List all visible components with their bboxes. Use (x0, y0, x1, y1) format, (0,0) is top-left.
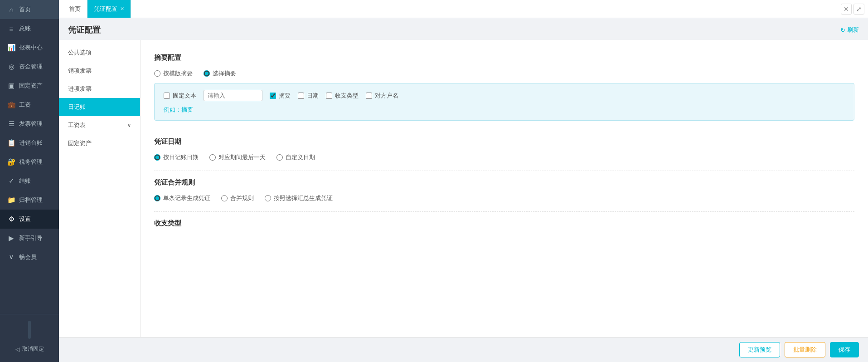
tab-close-icon[interactable]: ✕ (120, 6, 124, 12)
save-button[interactable]: 保存 (830, 342, 859, 357)
by-journal-date-option[interactable]: 按日记账日期 (154, 153, 199, 161)
left-nav-sales-invoice[interactable]: 销项发票 (59, 62, 140, 80)
sidebar-item-general-ledger[interactable]: ≡ 总账 (0, 19, 59, 38)
tab-controls: ✕ ⤢ (841, 4, 868, 15)
sidebar-item-sales-purchase[interactable]: 📋 进销台账 (0, 133, 59, 152)
guide-icon: ▶ (7, 234, 15, 242)
single-record-option[interactable]: 单条记录生成凭证 (154, 194, 210, 202)
custom-date-radio[interactable] (276, 154, 283, 161)
member-icon: V (7, 254, 15, 260)
voucher-date-section: 凭证日期 按日记账日期 对应期间最后一天 自定义日期 (154, 137, 854, 171)
page-title: 凭证配置 (68, 24, 101, 35)
abstract-config-box: 固定文本 摘要 日期 收支类型 (154, 83, 854, 121)
by-selection-option[interactable]: 按照选择汇总生成凭证 (265, 194, 333, 202)
voucher-merge-radio-group: 单条记录生成凭证 合并规则 按照选择汇总生成凭证 (154, 194, 854, 202)
merge-rules-option[interactable]: 合并规则 (221, 194, 254, 202)
counterpart-checkbox-label[interactable]: 对方户名 (366, 92, 398, 100)
voucher-merge-section: 凭证合并规则 单条记录生成凭证 合并规则 按照选择汇总生成凭证 (154, 178, 854, 212)
sidebar-scrollbar (28, 321, 31, 339)
left-nav: 公共选项 销项发票 进项发票 日记账 工资表 ∨ 固定资产 (59, 40, 141, 337)
ledger-icon: ≡ (7, 25, 15, 33)
voucher-date-title: 凭证日期 (154, 137, 854, 146)
sidebar-item-tax[interactable]: 🔐 税务管理 (0, 152, 59, 171)
income-expense-section: 收支类型 (154, 219, 854, 271)
sidebar-item-guide[interactable]: ▶ 新手引导 (0, 229, 59, 248)
tab-close-window-btn[interactable]: ✕ (841, 4, 852, 15)
archive-icon: 📁 (7, 196, 15, 204)
template-abstract-option[interactable]: 按模版摘要 (154, 69, 193, 78)
payroll-icon: 💼 (7, 101, 15, 109)
checkout-icon: ✓ (7, 177, 15, 185)
custom-date-option[interactable]: 自定义日期 (276, 153, 315, 161)
left-nav-journal[interactable]: 日记账 (59, 98, 140, 116)
by-selection-radio[interactable] (265, 195, 271, 201)
income-expense-checkbox[interactable] (326, 93, 332, 99)
tab-home[interactable]: 首页 (63, 0, 87, 18)
sales-icon: 📋 (7, 139, 15, 147)
sidebar: ⌂ 首页 ≡ 总账 📊 报表中心 ◎ 资金管理 ▣ 固定资产 💼 工资 ☰ 发票… (0, 0, 59, 362)
refresh-icon: ↻ (840, 27, 845, 34)
income-expense-title: 收支类型 (154, 219, 854, 228)
sidebar-item-invoice-mgmt[interactable]: ☰ 发票管理 (0, 114, 59, 133)
tax-icon: 🔐 (7, 158, 15, 166)
abstract-example: 例如：摘要 (164, 106, 845, 114)
invoice-icon: ☰ (7, 120, 15, 128)
voucher-merge-title: 凭证合并规则 (154, 178, 854, 187)
sidebar-item-archive[interactable]: 📁 归档管理 (0, 191, 59, 210)
by-journal-date-radio[interactable] (154, 154, 160, 161)
content-wrapper: 公共选项 销项发票 进项发票 日记账 工资表 ∨ 固定资产 摘要配置 (59, 40, 868, 337)
main-area: 首页 凭证配置 ✕ ✕ ⤢ 凭证配置 ↻ 刷新 公共选项 销项发票 进 (59, 0, 868, 362)
income-expense-checkbox-label[interactable]: 收支类型 (326, 92, 359, 100)
sidebar-item-member[interactable]: V 畅会员 (0, 248, 59, 267)
abstract-checkbox[interactable] (270, 93, 276, 99)
left-nav-purchase-invoice[interactable]: 进项发票 (59, 80, 140, 98)
date-checkbox-label[interactable]: 日期 (298, 92, 319, 100)
abstract-radio-group: 按模版摘要 选择摘要 (154, 69, 854, 78)
assets-icon: ▣ (7, 82, 15, 90)
sidebar-toggle-btn[interactable]: ◁ 取消固定 (0, 341, 59, 357)
abstract-config-section: 摘要配置 按模版摘要 选择摘要 固定文本 (154, 54, 854, 130)
abstract-checkbox-row: 固定文本 摘要 日期 收支类型 (164, 90, 845, 101)
select-abstract-radio[interactable] (204, 70, 210, 77)
select-abstract-option[interactable]: 选择摘要 (204, 69, 236, 78)
tab-voucher-config[interactable]: 凭证配置 ✕ (87, 0, 131, 18)
counterpart-checkbox[interactable] (366, 93, 372, 99)
reports-icon: 📊 (7, 44, 15, 52)
date-checkbox[interactable] (298, 93, 304, 99)
left-nav-fixed-assets[interactable]: 固定资产 (59, 134, 140, 152)
sidebar-item-home[interactable]: ⌂ 首页 (0, 0, 59, 19)
fixed-text-input[interactable] (204, 90, 262, 101)
left-nav-payroll-table[interactable]: 工资表 ∨ (59, 116, 140, 134)
settings-icon: ⚙ (7, 215, 15, 223)
home-icon: ⌂ (7, 6, 15, 14)
single-record-radio[interactable] (154, 195, 160, 201)
right-content: 摘要配置 按模版摘要 选择摘要 固定文本 (141, 40, 868, 337)
template-abstract-radio[interactable] (154, 70, 160, 77)
voucher-date-radio-group: 按日记账日期 对应期间最后一天 自定义日期 (154, 153, 854, 161)
tab-bar: 首页 凭证配置 ✕ ✕ ⤢ (59, 0, 868, 18)
bottom-toolbar: 更新预览 批量删除 保存 (59, 337, 868, 362)
abstract-checkbox-label[interactable]: 摘要 (270, 92, 291, 100)
sidebar-item-checkout[interactable]: ✓ 结账 (0, 171, 59, 191)
batch-delete-button[interactable]: 批量删除 (785, 342, 825, 357)
sidebar-item-funds[interactable]: ◎ 资金管理 (0, 57, 59, 76)
tab-maximize-btn[interactable]: ⤢ (853, 4, 864, 15)
sidebar-item-settings[interactable]: ⚙ 设置 (0, 210, 59, 229)
page-header: 凭证配置 ↻ 刷新 (59, 18, 868, 40)
sidebar-item-reports[interactable]: 📊 报表中心 (0, 38, 59, 57)
sidebar-bottom: ◁ 取消固定 (0, 314, 59, 362)
fixed-text-checkbox-label[interactable]: 固定文本 (164, 92, 196, 100)
last-day-radio[interactable] (209, 154, 216, 161)
last-day-option[interactable]: 对应期间最后一天 (209, 153, 266, 161)
fixed-text-checkbox[interactable] (164, 93, 170, 99)
refresh-button[interactable]: ↻ 刷新 (840, 26, 859, 34)
update-preview-button[interactable]: 更新预览 (739, 342, 780, 357)
abstract-config-title: 摘要配置 (154, 54, 854, 62)
pin-icon: ◁ (15, 346, 19, 352)
left-nav-public-options[interactable]: 公共选项 (59, 44, 140, 62)
sidebar-item-fixed-assets[interactable]: ▣ 固定资产 (0, 76, 59, 95)
funds-icon: ◎ (7, 63, 15, 71)
sidebar-item-payroll[interactable]: 💼 工资 (0, 95, 59, 114)
merge-rules-radio[interactable] (221, 195, 228, 201)
expand-icon: ∨ (127, 122, 131, 128)
